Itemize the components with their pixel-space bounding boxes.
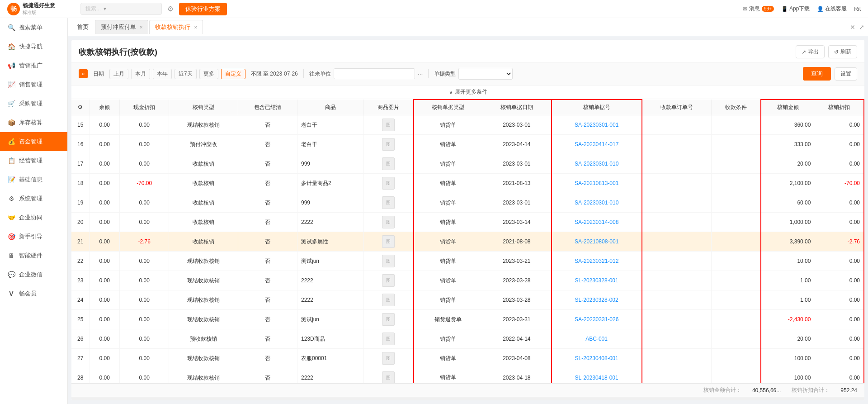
cell-cancel-no[interactable]: SA-20230301-010 xyxy=(552,154,642,174)
cell-cancel-no[interactable]: SL-20230328-001 xyxy=(552,271,642,290)
cell-cancel-no[interactable]: SA-20230414-017 xyxy=(552,135,642,154)
cell-cancel-no[interactable]: SA-20230301-001 xyxy=(552,115,642,135)
tab-receipt[interactable]: 收款核销执行 × xyxy=(149,20,203,34)
cell-cancel-amount: 100.00 xyxy=(761,368,814,384)
tab-prepay-close[interactable]: × xyxy=(140,24,142,30)
cell-cancel-no[interactable]: SA-20210808-001 xyxy=(552,232,642,252)
cell-receipt-condition xyxy=(711,349,761,368)
table-row: 19 0.00 0.00 收款核销 否 999 图 销货单 2023-03-01… xyxy=(71,193,864,213)
cancel-no-link[interactable]: SA-20210808-001 xyxy=(575,238,618,245)
cell-cancel-type: 销货单 xyxy=(414,174,483,193)
refresh-btn[interactable]: ↺ 刷新 xyxy=(828,45,857,58)
sidebar-item-finance[interactable]: 💰 资金管理 xyxy=(0,132,67,151)
date-pill-7days[interactable]: 近7天 xyxy=(175,69,197,79)
cancel-no-link[interactable]: SL-20230418-001 xyxy=(575,375,618,381)
settings-icon[interactable]: ⚙ xyxy=(167,5,174,13)
cancel-no-link[interactable]: SL-20230408-001 xyxy=(575,355,618,361)
cancel-no-link[interactable]: SL-20230328-002 xyxy=(575,297,618,303)
sidebar-item-system[interactable]: ⚙ 系统管理 xyxy=(0,189,67,208)
sidebar-item-purchase[interactable]: 🛒 采购管理 xyxy=(0,94,67,113)
cell-receipt-order-no xyxy=(642,368,711,384)
cell-cash-discount: 0.00 xyxy=(119,329,169,349)
cancel-no-link[interactable]: ABC-001 xyxy=(585,336,608,342)
top-search-box[interactable]: 搜索... ▼ xyxy=(80,3,162,15)
cell-cancel-no[interactable]: SL-20230418-001 xyxy=(552,368,642,384)
page-header: 收款核销执行(按收款) ↗ 导出 ↺ 刷新 xyxy=(71,40,864,62)
cell-included-settled: 否 xyxy=(238,115,297,135)
cell-cancel-date: 2023-04-14 xyxy=(482,135,552,154)
cell-goods-img: 图 xyxy=(363,154,413,174)
cancel-no-link[interactable]: SA-20230414-017 xyxy=(575,141,618,147)
cell-cancel-type: 销货单 xyxy=(414,329,483,349)
tab-home[interactable]: 首页 xyxy=(71,20,94,34)
sidebar-item-sales[interactable]: 📈 销售管理 xyxy=(0,75,67,94)
cell-cancel-no[interactable]: SA-20230301-010 xyxy=(552,193,642,213)
date-pill-custom[interactable]: 自定义 xyxy=(221,69,245,79)
sidebar-item-collab[interactable]: 🤝 企业协同 xyxy=(0,208,67,227)
query-btn[interactable]: 查询 xyxy=(803,67,831,81)
system-icon: ⚙ xyxy=(7,195,15,203)
cell-cancel-no[interactable]: SA-20210813-001 xyxy=(552,174,642,193)
cancel-no-link[interactable]: SA-20230301-010 xyxy=(575,200,618,206)
message-area[interactable]: ✉ 消息 99+ xyxy=(743,5,774,13)
industry-btn[interactable]: 休验行业方案 xyxy=(179,3,227,15)
from-unit-input[interactable] xyxy=(334,68,415,79)
horizontal-scrollbar[interactable] xyxy=(71,397,864,400)
sidebar-item-wechat[interactable]: 💬 企业微信 xyxy=(0,265,67,284)
table-body: 15 0.00 0.00 现结收款核销 否 老白干 图 销货单 2023-03-… xyxy=(71,115,864,384)
col-settings-icon[interactable]: ⚙ xyxy=(78,104,83,110)
cancel-no-link[interactable]: SA-20230314-008 xyxy=(575,219,618,225)
cell-type: 现结收款核销 xyxy=(169,368,238,384)
close-window-icon[interactable]: ✕ xyxy=(850,24,855,31)
export-btn[interactable]: ↗ 导出 xyxy=(796,45,825,58)
expand-conditions-bar[interactable]: ∨ 展开更多条件 xyxy=(71,86,864,99)
cell-cancel-no[interactable]: SA-20230314-008 xyxy=(552,213,642,232)
cell-cancel-date: 2023-03-31 xyxy=(482,310,552,329)
sidebar-item-inventory[interactable]: 📦 库存核算 xyxy=(0,113,67,132)
from-unit-more-icon[interactable]: ··· xyxy=(418,70,423,77)
cell-goods-img: 图 xyxy=(363,232,413,252)
sidebar-item-hardware[interactable]: 🖥 智能硬件 xyxy=(0,246,67,265)
cell-cancel-no[interactable]: SL-20230408-001 xyxy=(552,349,642,368)
cell-receipt-order-no xyxy=(642,115,711,135)
date-pill-last-month[interactable]: 上月 xyxy=(109,69,128,79)
sidebar-item-member[interactable]: V 畅会员 xyxy=(0,284,67,303)
cell-cancel-no[interactable]: SL-20230328-002 xyxy=(552,290,642,310)
cell-cancel-type: 销货单 xyxy=(414,135,483,154)
cancel-no-link[interactable]: SA-20230331-026 xyxy=(575,316,618,323)
tab-prepay[interactable]: 预付冲应付单 × xyxy=(95,20,148,34)
cell-receipt-order-no xyxy=(642,271,711,290)
cancel-no-link[interactable]: SA-20230301-010 xyxy=(575,161,618,167)
sidebar-item-operations[interactable]: 📋 经营管理 xyxy=(0,151,67,170)
sidebar-item-guide[interactable]: 🎯 新手引导 xyxy=(0,227,67,246)
cell-cancel-type: 销货单 xyxy=(414,193,483,213)
sidebar-item-search[interactable]: 🔍 搜索菜单 xyxy=(0,18,67,37)
sidebar-item-basic[interactable]: 📝 基础信息 xyxy=(0,170,67,189)
user-name[interactable]: Rit xyxy=(854,6,861,12)
cancel-no-link[interactable]: SA-20230321-012 xyxy=(575,258,618,264)
online-service-btn[interactable]: 👤 在线客服 xyxy=(817,5,847,13)
date-pill-more[interactable]: 更多 xyxy=(199,69,218,79)
date-pill-this-year[interactable]: 本年 xyxy=(153,69,172,79)
maximize-window-icon[interactable]: ⤢ xyxy=(859,24,864,31)
col-header-settings[interactable]: ⚙ xyxy=(71,100,90,115)
cell-cancel-no[interactable]: ABC-001 xyxy=(552,329,642,349)
setting-btn[interactable]: 设置 xyxy=(835,67,857,81)
cell-cancel-no[interactable]: SA-20230331-026 xyxy=(552,310,642,329)
date-pill-this-month[interactable]: 本月 xyxy=(131,69,150,79)
filter-expand-btn[interactable]: » xyxy=(79,69,88,78)
col-header-balance: 余额 xyxy=(90,100,119,115)
cancel-no-link[interactable]: SL-20230328-001 xyxy=(575,277,618,284)
single-type-select[interactable] xyxy=(458,68,513,80)
cell-included-settled: 否 xyxy=(238,135,297,154)
sidebar-item-marketing[interactable]: 📢 营销推广 xyxy=(0,56,67,75)
sidebar-label-operations: 经营管理 xyxy=(19,157,42,165)
refresh-label: 刷新 xyxy=(840,48,851,56)
tab-receipt-close[interactable]: × xyxy=(194,24,197,30)
cancel-no-link[interactable]: SA-20230301-001 xyxy=(575,122,618,128)
app-download-btn[interactable]: 📱 App下载 xyxy=(781,5,810,13)
guide-icon: 🎯 xyxy=(7,233,15,241)
sidebar-item-quick[interactable]: 🏠 快捷导航 xyxy=(0,37,67,56)
cell-cancel-no[interactable]: SA-20230321-012 xyxy=(552,252,642,271)
cancel-no-link[interactable]: SA-20210813-001 xyxy=(575,180,618,186)
